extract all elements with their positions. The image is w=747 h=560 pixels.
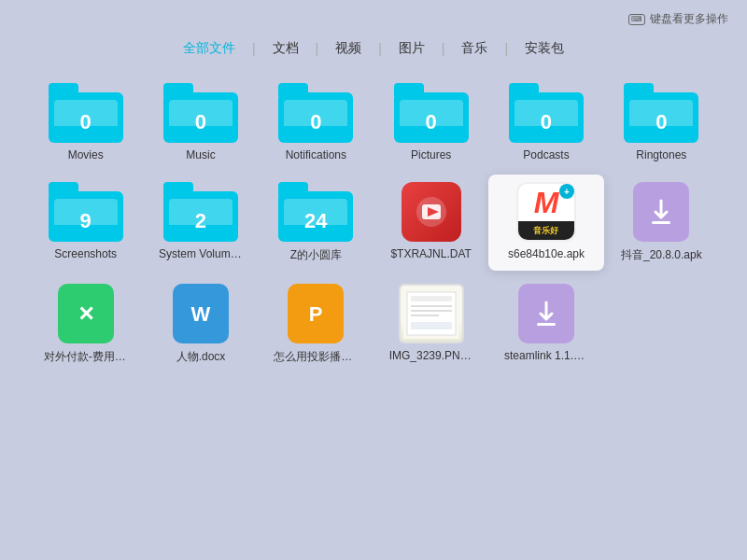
top-bar: ⌨ 键盘看更多操作 — [0, 0, 747, 33]
folder-ringtones[interactable]: 0 Ringtones — [604, 76, 719, 169]
svg-text:W: W — [191, 302, 211, 326]
keyboard-icon: ⌨ — [628, 14, 645, 25]
music-apk-letter: M — [534, 186, 559, 220]
folder-movies[interactable]: 0 Movies — [28, 76, 143, 169]
folder-icon-movies: 0 — [49, 83, 123, 143]
svg-text:✕: ✕ — [78, 302, 94, 326]
folder-icon-pictures: 0 — [394, 83, 469, 143]
folder-pictures[interactable]: 0 Pictures — [374, 76, 488, 169]
folder-icon-music: 0 — [163, 83, 238, 143]
file-steamlink[interactable]: steamlink 1.1.80.a... — [488, 276, 603, 372]
filter-apk[interactable]: 安装包 — [508, 36, 581, 61]
svg-text:P: P — [309, 302, 323, 326]
file-label-music-apk: s6e84b10e.apk — [508, 247, 585, 260]
music-apk-container: M 音乐好 + — [516, 182, 576, 242]
filter-bar: 全部文件 | 文档 | 视频 | 图片 | 音乐 | 安装包 — [0, 33, 747, 76]
folder-podcasts[interactable]: 0 Podcasts — [488, 76, 603, 169]
file-txrajnl[interactable]: $TXRAJNL.DAT — [374, 175, 488, 271]
excel-icon: ✕ — [58, 284, 114, 343]
file-label-img: IMG_3239.PNG.JP... — [389, 349, 473, 362]
folder-label-ringtones: Ringtones — [636, 148, 686, 161]
folder-label-system-volume: System Volume In... — [159, 247, 243, 260]
file-empty — [604, 276, 719, 372]
ppt-icon: P — [288, 284, 344, 343]
apk-badge: + — [559, 184, 574, 199]
file-grid-row2: 9 Screenshots 2 System Volume In... 24 Z… — [0, 175, 747, 271]
file-img[interactable]: IMG_3239.PNG.JP... — [374, 276, 488, 372]
folder-label-music: Music — [186, 148, 215, 161]
folder-system-volume[interactable]: 2 System Volume In... — [143, 175, 258, 271]
folder-music[interactable]: 0 Music — [143, 76, 258, 169]
file-music-apk[interactable]: M 音乐好 + s6e84b10e.apk — [488, 175, 603, 271]
douyin-apk-icon — [633, 182, 689, 242]
svg-rect-3 — [652, 221, 670, 224]
file-ppt[interactable]: P 怎么用投影播放P... — [259, 276, 374, 372]
folder-icon-ringtones: 0 — [624, 83, 698, 143]
folder-icon-z-library: 24 — [278, 182, 353, 242]
folder-label-notifications: Notifications — [286, 148, 346, 161]
folder-label-movies: Movies — [68, 148, 104, 161]
folder-label-screenshots: Screenshots — [54, 247, 117, 260]
filter-image[interactable]: 图片 — [382, 36, 442, 61]
folder-icon-screenshots: 9 — [49, 182, 123, 242]
filter-all[interactable]: 全部文件 — [166, 36, 252, 61]
filter-docs[interactable]: 文档 — [256, 36, 316, 61]
folder-screenshots[interactable]: 9 Screenshots — [28, 175, 143, 271]
file-grid-row3: ✕ 对外付款-费用报... W 人物.docx P 怎么用投影播放P... — [0, 276, 747, 372]
word-icon: W — [173, 284, 229, 343]
folder-notifications[interactable]: 0 Notifications — [259, 76, 374, 169]
file-label-douyin-apk: 抖音_20.8.0.apk — [621, 247, 702, 263]
svg-rect-13 — [411, 322, 452, 329]
steamlink-icon — [518, 284, 574, 343]
folder-label-z-library: Z的小圆库 — [290, 247, 342, 263]
folder-label-pictures: Pictures — [411, 148, 451, 161]
plus-icon: + — [564, 187, 570, 197]
file-label-excel: 对外付款-费用报... — [44, 349, 128, 365]
video-apk-icon — [402, 182, 461, 242]
filter-music[interactable]: 音乐 — [444, 36, 504, 61]
file-grid-row1: 0 Movies 0 Music 0 Notifications — [0, 76, 747, 169]
file-word[interactable]: W 人物.docx — [143, 276, 258, 372]
svg-rect-10 — [411, 305, 452, 307]
file-douyin-apk[interactable]: 抖音_20.8.0.apk — [604, 175, 719, 271]
keyboard-hint: ⌨ 键盘看更多操作 — [628, 11, 728, 27]
folder-label-podcasts: Podcasts — [523, 148, 569, 161]
folder-icon-system-volume: 2 — [163, 182, 238, 242]
img-preview — [401, 286, 462, 342]
music-apk-tagline: 音乐好 — [533, 225, 558, 237]
svg-rect-12 — [411, 315, 439, 316]
file-label-txrajnl: $TXRAJNL.DAT — [390, 247, 471, 260]
folder-icon-notifications: 0 — [278, 83, 353, 143]
folder-z-library[interactable]: 24 Z的小圆库 — [259, 175, 374, 271]
file-excel[interactable]: ✕ 对外付款-费用报... — [28, 276, 143, 372]
file-label-word: 人物.docx — [176, 349, 226, 365]
filter-video[interactable]: 视频 — [318, 36, 378, 61]
svg-rect-11 — [411, 310, 452, 312]
keyboard-hint-text: 键盘看更多操作 — [650, 11, 728, 27]
svg-rect-9 — [411, 296, 452, 301]
svg-rect-14 — [537, 323, 556, 326]
file-label-steamlink: steamlink 1.1.80.a... — [504, 349, 588, 362]
img-file-icon — [399, 284, 464, 343]
file-label-ppt: 怎么用投影播放P... — [274, 349, 358, 365]
folder-icon-podcasts: 0 — [509, 83, 584, 143]
